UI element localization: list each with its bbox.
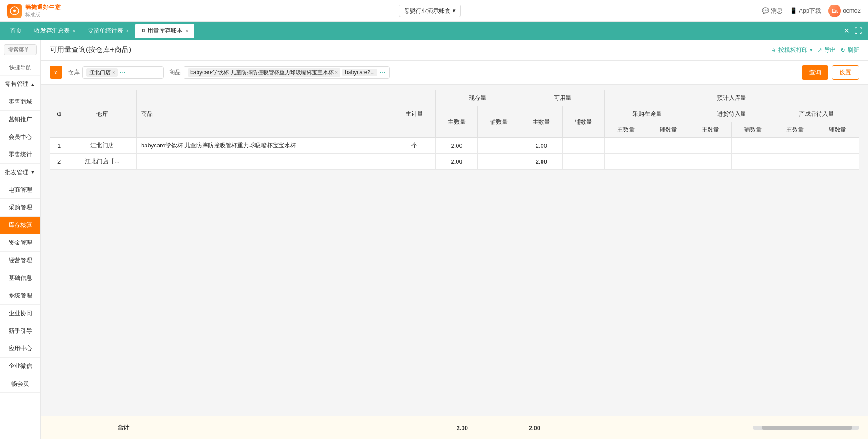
refresh-btn[interactable]: ↻ 刷新 <box>840 46 859 54</box>
sidebar-item-finance-label: 资金管理 <box>9 239 32 247</box>
industry-selector[interactable]: 母婴行业演示账套 ▾ <box>399 5 461 17</box>
export-label: 导出 <box>824 46 836 54</box>
sidebar-item-app-center[interactable]: 应用中心 <box>0 340 40 358</box>
chevron-up-icon: ▲ <box>30 81 35 87</box>
expand-tabs-btn[interactable]: ⛶ <box>853 26 864 36</box>
sidebar-item-marketing-label: 营销推广 <box>9 115 32 123</box>
tab-order-stats[interactable]: 要货单统计表 × <box>81 24 135 38</box>
sidebar-search-area <box>0 40 40 60</box>
sidebar-item-inventory-label: 库存核算 <box>9 221 32 229</box>
sidebar-item-retail-mall[interactable]: 零售商城 <box>0 93 40 111</box>
sidebar-item-basic-info[interactable]: 基础信息 <box>0 269 40 287</box>
sidebar-item-purchase-mgmt[interactable]: 采购管理 <box>0 199 40 217</box>
sidebar-item-operations-label: 经营管理 <box>9 256 32 264</box>
refresh-icon: ↻ <box>840 47 845 53</box>
product-filter-label: 商品 <box>169 68 181 76</box>
search-input[interactable] <box>4 44 37 55</box>
filter-actions: 查询 设置 <box>802 65 859 80</box>
message-label: 消息 <box>771 7 783 15</box>
tab-home[interactable]: 首页 <box>4 24 28 38</box>
chevron-down-icon: ▾ <box>453 7 456 14</box>
scrollbar-thumb[interactable] <box>762 426 852 430</box>
table-row: 1 江北门店 babycare学饮杯 儿童防摔防撞吸管杯重力球吸嘴杯宝宝水杯 个… <box>50 138 859 154</box>
app-download-btn[interactable]: 📱 App下载 <box>790 7 821 15</box>
sidebar-item-app-center-label: 应用中心 <box>9 345 32 353</box>
cell-product-2 <box>137 154 393 170</box>
tab-inventory-summary-close[interactable]: × <box>72 28 75 33</box>
sidebar-item-retail-stats-label: 零售统计 <box>9 151 32 159</box>
sidebar-item-new-guide[interactable]: 新手引导 <box>0 322 40 340</box>
product-more-icon[interactable]: ··· <box>379 68 385 76</box>
th-stock-aux: 辅数量 <box>478 106 520 138</box>
sidebar-item-retail-stats[interactable]: 零售统计 <box>0 146 40 164</box>
filter-bar: » 仓库 江北门店 × ··· 商品 babycare学饮杯 儿童防摔防撞吸管杯… <box>41 61 868 85</box>
sidebar-item-ecommerce-mgmt[interactable]: 电商管理 <box>0 181 40 199</box>
main-layout: 快捷导航 零售管理 ▲ 零售商城 营销推广 会员中心 零售统计 批发管理 ▼ 电… <box>0 40 868 439</box>
th-purchase-transit-aux: 辅数量 <box>647 122 689 138</box>
tab-inventory-summary-label: 收发存汇总表 <box>34 27 70 35</box>
settings-button[interactable]: 设置 <box>832 65 859 80</box>
sidebar-item-retail-mgmt-label: 零售管理 <box>5 80 28 88</box>
sidebar-item-wholesale-mgmt[interactable]: 批发管理 ▼ <box>0 164 40 181</box>
cell-stock-aux-2 <box>478 154 520 170</box>
th-production-group: 产成品待入量 <box>774 106 859 122</box>
product-filter-group: 商品 babycare学饮杯 儿童防摔防撞吸管杯重力球吸嘴杯宝宝水杯 × bab… <box>169 66 390 79</box>
product-tag-1-text: babycare学饮杯 儿童防摔防撞吸管杯重力球吸嘴杯宝宝水杯 <box>190 69 334 76</box>
warehouse-filter-input[interactable]: 江北门店 × ··· <box>82 66 164 79</box>
sidebar-item-quick-nav[interactable]: 快捷导航 <box>0 60 40 76</box>
th-production-aux: 辅数量 <box>816 122 859 138</box>
product-filter-input[interactable]: babycare学饮杯 儿童防摔防撞吸管杯重力球吸嘴杯宝宝水杯 × babyca… <box>184 66 390 79</box>
summary-table: 合计 2.00 2.00 <box>50 420 685 435</box>
close-all-tabs-btn[interactable]: × <box>840 26 853 36</box>
cell-avail-aux-1 <box>562 138 605 154</box>
message-btn[interactable]: 💬 消息 <box>762 7 783 15</box>
print-arrow-icon: ▾ <box>810 47 813 53</box>
sidebar-item-new-guide-label: 新手引导 <box>9 327 32 335</box>
sidebar-item-basic-info-label: 基础信息 <box>9 274 32 282</box>
filter-expand-btn[interactable]: » <box>50 66 62 79</box>
horizontal-scrollbar[interactable] <box>753 426 859 430</box>
tab-available-stock-close[interactable]: × <box>185 28 188 33</box>
product-tag-2: babycare?... <box>342 69 377 76</box>
th-production-main: 主数量 <box>774 122 816 138</box>
tab-order-stats-close[interactable]: × <box>126 28 128 33</box>
cell-index-2: 2 <box>50 154 68 170</box>
tab-inventory-summary[interactable]: 收发存汇总表 × <box>28 24 81 38</box>
th-product: 商品 <box>137 90 393 138</box>
summary-avail-main: 2.00 <box>516 420 552 435</box>
sidebar-item-retail-mgmt[interactable]: 零售管理 ▲ <box>0 76 40 93</box>
warehouse-tag-close[interactable]: × <box>112 70 115 75</box>
print-btn[interactable]: 🖨 按模板打印 ▾ <box>771 46 813 54</box>
cell-product-1: babycare学饮杯 儿童防摔防撞吸管杯重力球吸嘴杯宝宝水杯 <box>137 138 393 154</box>
cell-stock-main-1: 2.00 <box>435 138 478 154</box>
query-button[interactable]: 查询 <box>802 65 828 80</box>
cell-warehouse-1: 江北门店 <box>68 138 137 154</box>
sidebar-item-wholesale-mgmt-label: 批发管理 <box>5 168 28 176</box>
sidebar-item-chang-member[interactable]: 畅会员 <box>0 375 40 393</box>
sidebar-item-enterprise-collab[interactable]: 企业协同 <box>0 305 40 322</box>
sidebar-item-marketing[interactable]: 营销推广 <box>0 111 40 128</box>
tab-available-stock[interactable]: 可用量库存账本 × <box>135 24 194 38</box>
sidebar-item-purchase-mgmt-label: 采购管理 <box>9 203 32 212</box>
cell-stock-main-2: 2.00 <box>435 154 478 170</box>
product-tag-1-close[interactable]: × <box>335 70 338 75</box>
sidebar: 快捷导航 零售管理 ▲ 零售商城 营销推广 会员中心 零售统计 批发管理 ▼ 电… <box>0 40 41 439</box>
product-tag-1: babycare学饮杯 儿童防摔防撞吸管杯重力球吸嘴杯宝宝水杯 × <box>188 68 340 77</box>
warehouse-more-icon[interactable]: ··· <box>119 68 125 76</box>
user-profile-btn[interactable]: Ea demo2 <box>828 5 861 17</box>
sidebar-item-operations[interactable]: 经营管理 <box>0 252 40 269</box>
table-container: ⚙ 仓库 商品 主计量 现存量 可用量 预计入库量 主数量 辅数量 主数量 辅数… <box>41 85 868 416</box>
export-btn[interactable]: ↗ 导出 <box>817 46 836 54</box>
sidebar-item-member-center[interactable]: 会员中心 <box>0 128 40 146</box>
sidebar-item-enterprise-wechat[interactable]: 企业微信 <box>0 358 40 375</box>
th-stock-group: 现存量 <box>435 90 520 106</box>
sidebar-item-inventory[interactable]: 库存核算 <box>0 217 40 234</box>
cell-avail-main-2: 2.00 <box>520 154 563 170</box>
th-settings[interactable]: ⚙ <box>50 90 68 138</box>
th-incoming-main: 主数量 <box>689 122 732 138</box>
th-purchase-transit-main: 主数量 <box>605 122 647 138</box>
sidebar-item-system-mgmt[interactable]: 系统管理 <box>0 287 40 305</box>
sidebar-item-finance[interactable]: 资金管理 <box>0 234 40 252</box>
summary-label: 合计 <box>113 420 417 435</box>
summary-unit <box>417 420 444 435</box>
